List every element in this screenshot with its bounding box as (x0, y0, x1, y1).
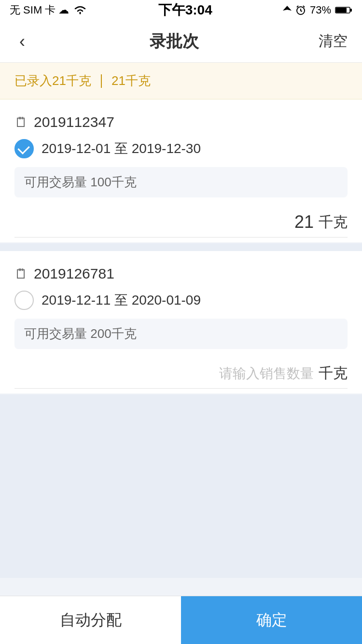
quantity-row-1: 21 千克 (0, 207, 362, 237)
radio-2[interactable] (14, 291, 34, 310)
batch-date-1: 2019-12-01 至 2019-12-30 (42, 140, 201, 158)
page-title: 录批次 (150, 30, 199, 53)
batch-card-1: 🗒 2019112347 2019-12-01 至 2019-12-30 可用交… (0, 99, 362, 242)
status-right: 73% (283, 4, 352, 16)
status-left: 无 SIM 卡 ☁ (10, 3, 87, 17)
battery-icon (335, 6, 352, 14)
alarm-icon (295, 5, 306, 15)
location-icon (283, 5, 292, 15)
auto-distribute-button[interactable]: 自动分配 (0, 596, 181, 644)
batch-date-row-2[interactable]: 2019-12-11 至 2020-01-09 (0, 287, 362, 315)
batch-icon-1: 🗒 (14, 114, 28, 130)
svg-rect-7 (350, 9, 352, 12)
batch-id-1: 2019112347 (34, 114, 114, 130)
batch-date-row-1[interactable]: 2019-12-01 至 2019-12-30 (0, 135, 362, 163)
batch-date-2: 2019-12-11 至 2020-01-09 (42, 291, 201, 309)
status-bar: 无 SIM 卡 ☁ 下午3:04 73% (0, 0, 362, 20)
total-amount: 21千克 (111, 72, 151, 89)
batch-header-1: 🗒 2019112347 (0, 99, 362, 135)
battery-percent: 73% (310, 4, 331, 16)
svg-line-5 (303, 6, 305, 7)
avail-box-2: 可用交易量 200千克 (14, 319, 348, 349)
svg-line-4 (297, 6, 298, 7)
nav-bar: ‹ 录批次 清空 (0, 20, 362, 63)
input-row-2[interactable]: 请输入销售数量 千克 (0, 359, 362, 388)
avail-box-1: 可用交易量 100千克 (14, 167, 348, 197)
content-background (0, 394, 362, 578)
svg-rect-8 (336, 8, 347, 13)
info-bar: 已录入21千克 21千克 (0, 63, 362, 99)
confirm-button[interactable]: 确定 (181, 596, 362, 644)
quantity-unit-1: 千克 (319, 212, 348, 232)
batch-id-2: 2019126781 (34, 266, 114, 282)
recorded-amount: 已录入21千克 (14, 72, 91, 89)
quantity-value-1: 21 (294, 212, 314, 232)
input-placeholder-2: 请输入销售数量 (219, 364, 314, 383)
sim-label: 无 SIM 卡 ☁ (10, 3, 69, 17)
section-divider (0, 243, 362, 251)
batch-card-2: 🗒 2019126781 2019-12-11 至 2020-01-09 可用交… (0, 251, 362, 393)
svg-marker-0 (283, 6, 292, 11)
clear-button[interactable]: 清空 (319, 31, 348, 51)
batch-icon-2: 🗒 (14, 266, 28, 282)
back-button[interactable]: ‹ (14, 27, 30, 56)
radio-1[interactable] (14, 139, 34, 158)
wifi-icon (73, 5, 87, 15)
input-unit-2: 千克 (319, 364, 348, 383)
info-divider (101, 74, 102, 88)
status-time: 下午3:04 (158, 1, 212, 19)
batch-header-2: 🗒 2019126781 (0, 251, 362, 287)
bottom-bar: 自动分配 确定 (0, 596, 362, 644)
